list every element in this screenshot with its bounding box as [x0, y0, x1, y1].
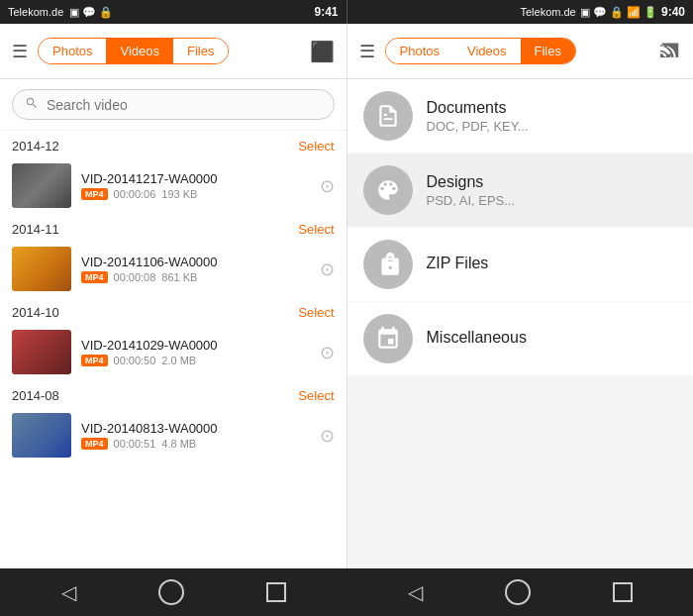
search-icon: [25, 96, 39, 113]
status-bar-right: Telekom.de ▣ 💬 🔒 📶 🔋 9:40: [347, 0, 694, 24]
video-item-2[interactable]: VID-20141106-WA0000 MP4 00:00:08 861 KB …: [0, 241, 346, 297]
right-cast-icon[interactable]: [659, 40, 681, 62]
video-name-4: VID-20140813-WA0000: [81, 421, 310, 436]
video-info-3: VID-20141029-WA0000 MP4 00:00:50 2.0 MB: [81, 338, 310, 366]
section-title-2014-10: 2014-10: [12, 305, 59, 320]
right-hamburger-icon[interactable]: ☰: [359, 41, 375, 62]
mp4-badge-1: MP4: [81, 188, 108, 200]
zip-icon-bg: [363, 240, 413, 289]
video-meta-2: MP4 00:00:08 861 KB: [81, 271, 310, 283]
documents-name: Documents: [427, 99, 678, 117]
left-tab-group: Photos Videos Files: [38, 38, 229, 64]
right-tab-files[interactable]: Files: [521, 39, 575, 63]
designs-icon-bg: [363, 165, 413, 215]
left-tab-files[interactable]: Files: [173, 39, 228, 63]
misc-name: Miscellaneous: [427, 329, 678, 347]
video-duration-2: 00:00:08: [114, 271, 156, 283]
documents-icon-bg: [363, 91, 413, 141]
video-duration-4: 00:00:51: [114, 438, 156, 450]
section-header-2014-10: 2014-10 Select: [0, 297, 346, 324]
section-title-2014-08: 2014-08: [12, 388, 59, 403]
bottom-nav-bar: ◁ ◁: [0, 568, 693, 616]
video-meta-4: MP4 00:00:51 4.8 MB: [81, 438, 310, 450]
left-tab-photos[interactable]: Photos: [39, 39, 106, 63]
documents-info: Documents DOC, PDF, KEY...: [427, 99, 678, 134]
recent-button-right[interactable]: [613, 582, 633, 602]
misc-info: Miscellaneous: [427, 329, 678, 349]
video-info-4: VID-20140813-WA0000 MP4 00:00:51 4.8 MB: [81, 421, 310, 450]
recent-button-left[interactable]: [266, 582, 286, 602]
home-button-left[interactable]: [158, 579, 184, 605]
left-panel: 2014-12 Select VID-20141217-WA0000 MP4 0…: [0, 79, 347, 568]
zip-info: ZIP Files: [427, 255, 678, 274]
video-item-4[interactable]: VID-20140813-WA0000 MP4 00:00:51 4.8 MB …: [0, 407, 346, 463]
status-icons-right: ▣ 💬 🔒 📶 🔋: [580, 6, 657, 19]
video-name-1: VID-20141217-WA0000: [81, 171, 310, 186]
mp4-badge-3: MP4: [81, 355, 108, 366]
check-icon-2[interactable]: ⊙: [320, 258, 335, 280]
video-item-3[interactable]: VID-20141029-WA0000 MP4 00:00:50 2.0 MB …: [0, 324, 346, 380]
select-btn-2014-08[interactable]: Select: [298, 388, 334, 403]
video-size-3: 2.0 MB: [161, 355, 196, 366]
right-tab-videos[interactable]: Videos: [453, 39, 521, 63]
video-duration-1: 00:00:06: [114, 188, 156, 200]
status-bar-left: Telekom.de ▣ 💬 🔒 9:41: [0, 0, 346, 24]
designs-info: Designs PSD, AI, EPS...: [427, 173, 678, 208]
video-info-2: VID-20141106-WA0000 MP4 00:00:08 861 KB: [81, 255, 310, 283]
video-item-1[interactable]: VID-20141217-WA0000 MP4 00:00:06 193 KB …: [0, 157, 346, 214]
section-header-2014-11: 2014-11 Select: [0, 214, 346, 241]
video-thumbnail-4: [12, 413, 71, 458]
left-hamburger-icon[interactable]: ☰: [12, 41, 28, 62]
status-icons-left: ▣ 💬 🔒: [69, 6, 113, 19]
designs-ext: PSD, AI, EPS...: [427, 193, 678, 208]
section-title-2014-12: 2014-12: [12, 139, 59, 154]
check-icon-1[interactable]: ⊙: [320, 175, 335, 197]
select-btn-2014-11[interactable]: Select: [298, 222, 334, 237]
category-documents[interactable]: Documents DOC, PDF, KEY...: [347, 79, 694, 153]
section-header-2014-12: 2014-12 Select: [0, 131, 346, 157]
left-app-bar: ☰ Photos Videos Files ⬛: [0, 24, 347, 78]
select-btn-2014-12[interactable]: Select: [298, 139, 334, 154]
bottom-nav-right: ◁: [346, 568, 693, 616]
left-cast-icon[interactable]: ⬛: [310, 40, 335, 63]
section-header-2014-08: 2014-08 Select: [0, 380, 346, 407]
check-icon-3[interactable]: ⊙: [320, 342, 335, 363]
back-button-left[interactable]: ◁: [61, 580, 76, 604]
video-thumbnail-1: [12, 163, 71, 208]
search-input[interactable]: [47, 97, 322, 113]
main-content: 2014-12 Select VID-20141217-WA0000 MP4 0…: [0, 79, 693, 568]
misc-icon-bg: [363, 314, 413, 363]
right-carrier: Telekom.de: [520, 6, 575, 18]
select-btn-2014-10[interactable]: Select: [298, 305, 334, 320]
designs-name: Designs: [427, 173, 678, 191]
right-app-bar: ☰ Photos Videos Files: [347, 24, 694, 78]
video-size-2: 861 KB: [161, 271, 197, 283]
mp4-badge-2: MP4: [81, 271, 108, 283]
section-title-2014-11: 2014-11: [12, 222, 59, 237]
right-time: 9:40: [661, 5, 685, 19]
left-tab-videos[interactable]: Videos: [106, 39, 173, 63]
bottom-nav-left: ◁: [0, 568, 346, 616]
category-misc[interactable]: Miscellaneous: [347, 302, 694, 375]
zip-name: ZIP Files: [427, 255, 678, 272]
video-size-1: 193 KB: [161, 188, 197, 200]
home-button-right[interactable]: [505, 579, 531, 605]
video-size-4: 4.8 MB: [161, 438, 196, 450]
search-box[interactable]: [12, 89, 335, 120]
back-button-right[interactable]: ◁: [408, 580, 423, 604]
right-tab-photos[interactable]: Photos: [386, 39, 453, 63]
video-duration-3: 00:00:50: [114, 355, 156, 366]
mp4-badge-4: MP4: [81, 438, 108, 450]
video-name-2: VID-20141106-WA0000: [81, 255, 310, 269]
video-info-1: VID-20141217-WA0000 MP4 00:00:06 193 KB: [81, 171, 310, 200]
status-bar: Telekom.de ▣ 💬 🔒 9:41 Telekom.de ▣ 💬 🔒 📶…: [0, 0, 693, 24]
right-tab-group: Photos Videos Files: [385, 38, 576, 64]
right-panel: Documents DOC, PDF, KEY... Designs PSD, …: [347, 79, 694, 568]
left-time: 9:41: [314, 5, 338, 19]
category-designs[interactable]: Designs PSD, AI, EPS...: [347, 154, 694, 227]
search-container: [0, 79, 346, 131]
documents-ext: DOC, PDF, KEY...: [427, 119, 678, 134]
video-thumbnail-3: [12, 330, 71, 374]
check-icon-4[interactable]: ⊙: [320, 425, 335, 447]
category-zip[interactable]: ZIP Files: [347, 228, 694, 301]
